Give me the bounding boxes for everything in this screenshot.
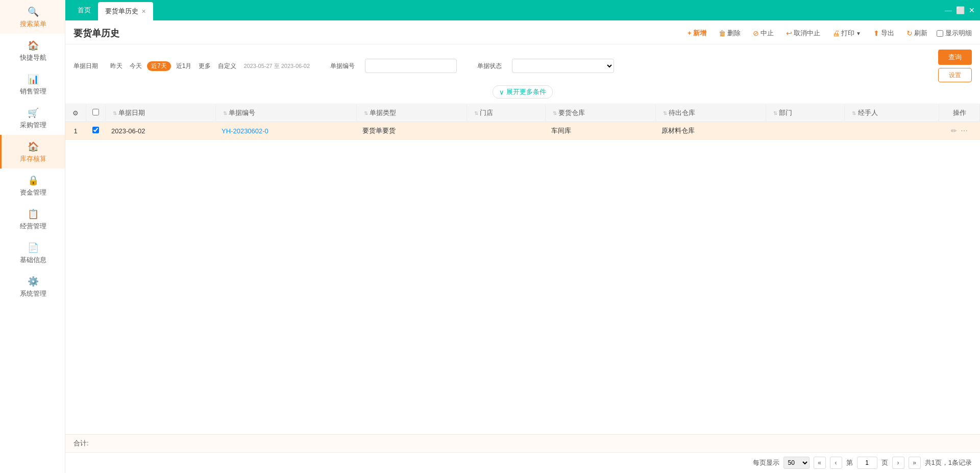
doc-status-select[interactable]: [512, 59, 614, 73]
minimize-btn[interactable]: —: [945, 6, 952, 14]
sort-icon: ⇅: [113, 110, 117, 116]
current-page-input[interactable]: [857, 457, 877, 469]
row-num: 1: [65, 122, 86, 140]
sidebar-item-quick-nav[interactable]: 🏠 快捷导航: [0, 34, 65, 67]
tab-close-icon[interactable]: ✕: [141, 8, 146, 15]
new-button[interactable]: + 新增: [684, 27, 709, 40]
search-menu-icon: 🔍: [28, 6, 39, 17]
sidebar-item-label: 采购管理: [20, 121, 46, 130]
table-body: 1 2023-06-02 YH-20230602-0 要货单要货 车间库 原材料…: [65, 122, 980, 140]
doc-no-label: 单据编号: [330, 62, 355, 70]
row-checkbox-cell: [86, 122, 105, 140]
tab-home[interactable]: 首页: [70, 0, 98, 20]
sidebar-item-operations[interactable]: 📋 经营管理: [0, 202, 65, 236]
header-row: ⚙ ⇅ 单据日期 ⇅ 单据编号: [65, 104, 980, 122]
select-all-checkbox[interactable]: [92, 109, 99, 115]
date-shortcut-more[interactable]: 更多: [197, 61, 213, 71]
sort-icon: ⇅: [663, 110, 667, 116]
date-filter-label: 单据日期: [74, 62, 98, 70]
sidebar-item-inventory[interactable]: 🏠 库存核算: [0, 135, 65, 169]
sidebar-item-label: 资金管理: [20, 188, 46, 197]
col-doc-date: ⇅ 单据日期: [105, 104, 215, 122]
date-shortcut-custom[interactable]: 自定义: [216, 61, 238, 71]
doc-status-label: 单据状态: [477, 62, 502, 70]
display-detail-input[interactable]: [937, 30, 943, 37]
stop-button[interactable]: ⊘ 中止: [750, 27, 777, 40]
row-more-icon[interactable]: ⋯: [961, 127, 968, 135]
col-operation: 操作: [939, 104, 980, 122]
toolbar: + 新增 🗑 删除 ⊘ 中止 ↩ 取消中止 🖨 打印 ▼: [684, 27, 972, 40]
col-store: ⇅ 门店: [467, 104, 545, 122]
filter-settings-button[interactable]: 设置: [938, 68, 972, 82]
cancel-stop-icon: ↩: [786, 29, 792, 37]
sort-icon: ⇅: [474, 110, 478, 116]
date-shortcut-1month[interactable]: 近1月: [174, 61, 194, 71]
stop-icon: ⊘: [753, 29, 759, 37]
top-bar: 首页 要货单历史 ✕ — ⬜ ✕: [65, 0, 980, 20]
tab-requisition-history[interactable]: 要货单历史 ✕: [98, 2, 153, 20]
prev-page-btn[interactable]: ‹: [830, 457, 842, 469]
sort-icon: ⇅: [553, 110, 557, 116]
pagination-bar: 每页显示 20 50 100 200 « ‹ 第 页 › » 共1页，1条记录: [65, 452, 980, 473]
row-req-warehouse: 车间库: [545, 122, 655, 140]
query-button[interactable]: 查询: [938, 50, 972, 65]
date-shortcut-7days[interactable]: 近7天: [147, 61, 171, 71]
print-icon: 🖨: [832, 29, 840, 37]
table-footer: 合计:: [65, 434, 980, 452]
first-page-btn[interactable]: «: [814, 457, 826, 469]
table-header: ⚙ ⇅ 单据日期 ⇅ 单据编号: [65, 104, 980, 122]
row-doc-no: YH-20230602-0: [215, 122, 356, 140]
date-range-display: 2023-05-27 至 2023-06-02: [243, 62, 310, 70]
sidebar-item-label: 销售管理: [20, 87, 46, 96]
close-btn[interactable]: ✕: [969, 6, 975, 14]
sidebar-item-basic-info[interactable]: 📄 基础信息: [0, 236, 65, 270]
refresh-icon: ↻: [906, 29, 913, 37]
page-label: 第: [846, 458, 853, 467]
row-checkbox[interactable]: [92, 127, 99, 133]
basic-info-icon: 📄: [28, 242, 39, 253]
column-settings-icon[interactable]: ⚙: [72, 109, 79, 117]
row-handler: [844, 122, 939, 140]
inventory-icon: 🏠: [28, 141, 39, 152]
data-table: ⚙ ⇅ 单据日期 ⇅ 单据编号: [65, 104, 980, 140]
display-detail-checkbox[interactable]: 显示明细: [937, 29, 972, 38]
total-info: 共1页，1条记录: [925, 458, 972, 467]
sort-icon: ⇅: [223, 110, 227, 116]
col-doc-no: ⇅ 单据编号: [215, 104, 356, 122]
export-button[interactable]: ⬆ 导出: [870, 27, 897, 40]
refresh-button[interactable]: ↻ 刷新: [903, 27, 930, 40]
delete-button[interactable]: 🗑 删除: [716, 27, 744, 40]
print-dropdown-icon: ▼: [856, 31, 861, 36]
maximize-btn[interactable]: ⬜: [956, 6, 965, 14]
filter-area: 单据日期 昨天 今天 近7天 近1月 更多 自定义 2023-05-27 至 2…: [65, 44, 980, 104]
sidebar-item-label: 库存核算: [20, 154, 46, 163]
doc-no-link[interactable]: YH-20230602-0: [222, 127, 268, 135]
finance-icon: 🔒: [28, 175, 39, 186]
sidebar-item-label: 经营管理: [20, 222, 46, 231]
sidebar-item-system[interactable]: ⚙️ 系统管理: [0, 270, 65, 303]
sidebar-item-purchase[interactable]: 🛒 采购管理: [0, 101, 65, 135]
date-shortcut-today[interactable]: 今天: [128, 61, 144, 71]
sidebar-item-finance[interactable]: 🔒 资金管理: [0, 169, 65, 202]
sidebar-item-sales[interactable]: 📊 销售管理: [0, 67, 65, 101]
per-page-select[interactable]: 20 50 100 200: [783, 457, 810, 469]
quick-nav-icon: 🏠: [28, 40, 39, 51]
next-page-btn[interactable]: ›: [892, 457, 904, 469]
row-operations: ✏ ⋯: [939, 122, 980, 140]
cancel-stop-button[interactable]: ↩ 取消中止: [783, 27, 823, 40]
print-button[interactable]: 🖨 打印 ▼: [829, 27, 864, 40]
expand-chevron-icon: ∨: [499, 88, 504, 96]
doc-no-input[interactable]: [365, 59, 457, 73]
sidebar-item-search[interactable]: 🔍 搜索菜单: [0, 0, 65, 34]
expand-more-button[interactable]: ∨ 展开更多条件: [493, 85, 553, 99]
col-checkbox: [86, 104, 105, 122]
col-settings: ⚙: [65, 104, 86, 122]
col-doc-type: ⇅ 单据类型: [356, 104, 467, 122]
row-edit-icon[interactable]: ✏: [951, 127, 957, 135]
last-page-btn[interactable]: »: [909, 457, 921, 469]
operations-icon: 📋: [28, 208, 39, 220]
sidebar-item-label: 搜索菜单: [20, 19, 46, 29]
col-department: ⇅ 部门: [766, 104, 844, 122]
date-shortcut-yesterday[interactable]: 昨天: [108, 61, 125, 71]
filter-row-1: 单据日期 昨天 今天 近7天 近1月 更多 自定义 2023-05-27 至 2…: [74, 50, 972, 82]
